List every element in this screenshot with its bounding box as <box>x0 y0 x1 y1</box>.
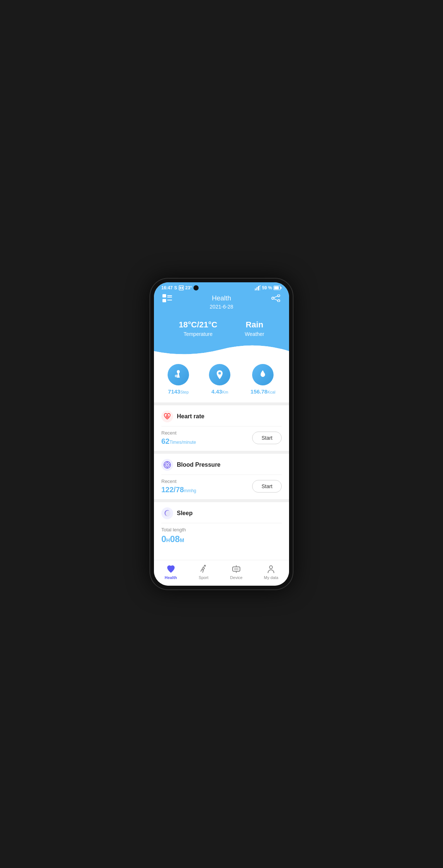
steps-value: 7143Step <box>168 388 189 395</box>
svg-point-35 <box>204 565 206 567</box>
heart-rate-card: Heart rate Recent 62Times/minute Start <box>154 405 289 451</box>
app-title: Health <box>173 295 270 302</box>
svg-rect-1 <box>180 287 181 289</box>
svg-point-18 <box>278 295 280 297</box>
sleep-label: Total length <box>161 527 186 532</box>
phone-screen: 16:47 S 23° 59 % <box>154 282 289 586</box>
sleep-title: Sleep <box>177 510 193 517</box>
wave-separator <box>154 341 289 358</box>
header-date: 2021-6-28 <box>154 302 289 314</box>
divider-2 <box>154 451 289 454</box>
svg-rect-11 <box>162 294 166 297</box>
list-icon[interactable] <box>161 294 173 302</box>
heart-rate-unit: Times/minute <box>169 440 196 445</box>
svg-rect-2 <box>182 287 183 289</box>
blood-pressure-data: Recent 122/78mmhg <box>161 479 196 494</box>
battery-icon <box>274 286 282 290</box>
heart-rate-value: 62 <box>161 437 169 445</box>
distance-value: 4.43Km <box>209 388 230 395</box>
temperature-item: 18°C/21°C Temperature <box>179 320 217 337</box>
svg-point-19 <box>278 300 280 302</box>
weather-condition-value: Rain <box>245 320 264 330</box>
distance-stat: 4.43Km <box>209 364 230 395</box>
svg-rect-15 <box>167 300 172 300</box>
blood-pressure-unit: mmhg <box>184 488 196 493</box>
nav-mydata[interactable]: My data <box>264 564 278 580</box>
calories-icon-circle <box>252 364 274 385</box>
svg-rect-0 <box>179 286 183 290</box>
divider-3 <box>154 499 289 502</box>
calories-stat: 156.78Kcal <box>251 364 275 395</box>
svg-rect-13 <box>167 295 172 296</box>
distance-icon-circle <box>209 364 230 385</box>
sleep-header: Sleep <box>161 507 282 523</box>
blood-pressure-title: Blood Pressure <box>177 462 220 468</box>
sleep-value-row: 0H08M <box>161 534 186 544</box>
sleep-hours: 0 <box>161 534 166 544</box>
nav-device[interactable]: Device <box>230 564 243 580</box>
device-nav-icon <box>231 564 241 574</box>
divider-1 <box>154 402 289 405</box>
heart-rate-title: Heart rate <box>177 413 205 420</box>
steps-stat: 7143Step <box>168 364 189 395</box>
phone-frame: 16:47 S 23° 59 % <box>150 278 293 590</box>
svg-point-26 <box>167 416 168 417</box>
nav-sport[interactable]: Sport <box>198 564 209 580</box>
share-icon[interactable] <box>270 295 282 302</box>
status-right: 59 % <box>255 285 282 290</box>
nav-sport-label: Sport <box>199 575 208 580</box>
blood-pressure-start-button[interactable]: Start <box>252 480 282 493</box>
svg-point-24 <box>219 372 221 374</box>
heart-rate-header: Heart rate <box>161 411 282 426</box>
svg-point-29 <box>166 464 168 466</box>
svg-rect-37 <box>234 568 238 570</box>
svg-point-20 <box>272 297 274 299</box>
blood-pressure-card: Blood Pressure Recent 122/78mmhg Start <box>154 454 289 499</box>
bottom-nav: Health Sport Device <box>154 560 289 586</box>
sleep-body: Total length 0H08M <box>161 527 282 544</box>
sleep-icon <box>163 509 171 517</box>
svg-rect-10 <box>281 287 282 289</box>
temperature-label: Temperature <box>179 331 217 337</box>
sleep-icon-circle <box>161 507 173 519</box>
sport-nav-icon <box>198 564 209 574</box>
blood-pressure-value: 122/78 <box>161 486 184 494</box>
app-header: Health <box>154 292 289 302</box>
fire-icon <box>258 370 268 380</box>
svg-line-21 <box>274 296 278 298</box>
location-icon <box>214 370 225 380</box>
signal-icon <box>255 285 261 290</box>
heart-rate-label: Recent <box>161 430 196 436</box>
camera-notch <box>193 285 199 290</box>
svg-line-22 <box>274 299 278 301</box>
weather-condition-item: Rain Weather <box>245 320 264 337</box>
svg-rect-14 <box>167 297 172 297</box>
svg-point-17 <box>164 300 165 302</box>
svg-point-23 <box>177 370 180 372</box>
temperature-status: 23° <box>185 285 192 290</box>
sleep-card: Sleep Total length 0H08M <box>154 502 289 549</box>
steps-icon <box>173 370 183 380</box>
steps-icon-circle <box>168 364 189 385</box>
heart-rate-data: Recent 62Times/minute <box>161 430 196 446</box>
blood-pressure-value-row: 122/78mmhg <box>161 486 196 494</box>
skype-icon: S <box>174 285 177 290</box>
mydata-nav-icon <box>266 564 276 574</box>
nav-health[interactable]: Health <box>165 564 177 580</box>
svg-point-40 <box>269 566 272 569</box>
calories-value: 156.78Kcal <box>251 388 275 395</box>
sim-icon <box>179 285 184 290</box>
status-left: 16:47 S 23° <box>161 285 199 290</box>
heart-rate-body: Recent 62Times/minute Start <box>161 430 282 446</box>
blood-pressure-header: Blood Pressure <box>161 459 282 475</box>
temperature-value: 18°C/21°C <box>179 320 217 330</box>
weather-condition-label: Weather <box>245 331 264 337</box>
battery-status: 59 % <box>262 285 272 290</box>
heart-rate-value-row: 62Times/minute <box>161 437 196 446</box>
nav-mydata-label: My data <box>264 575 278 580</box>
heart-icon <box>164 413 171 420</box>
heart-rate-start-button[interactable]: Start <box>252 432 282 444</box>
status-bar: 16:47 S 23° 59 % <box>154 282 289 292</box>
nav-device-label: Device <box>230 575 243 580</box>
nav-health-label: Health <box>165 575 177 580</box>
